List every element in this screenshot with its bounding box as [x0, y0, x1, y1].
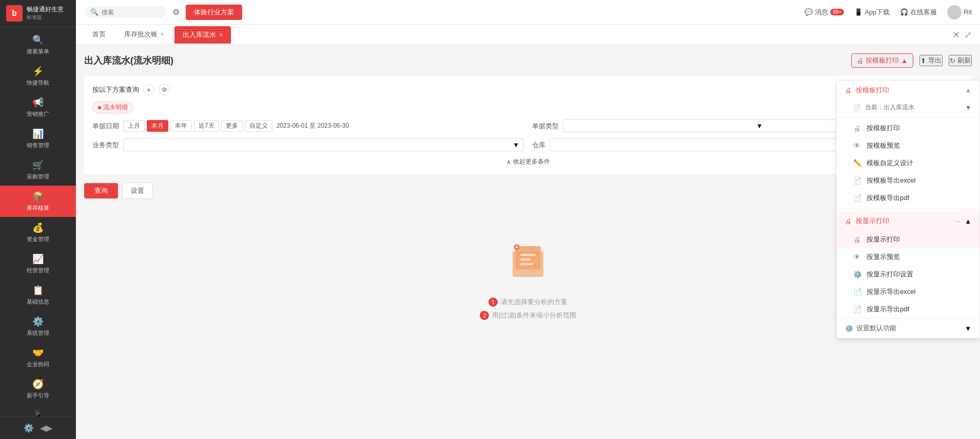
tab-inout-flow-close[interactable]: ×	[219, 31, 223, 38]
trial-button[interactable]: 体验行业方案	[186, 5, 242, 20]
export-button[interactable]: ⬆ 导出	[919, 55, 943, 66]
date-btn-custom[interactable]: 自定义	[245, 120, 272, 132]
template-export-excel-label: 按模板导出excel	[867, 176, 915, 185]
user-profile-btn[interactable]: Rit	[947, 5, 972, 19]
sidebar-item-sales[interactable]: 📊 销售管理	[0, 123, 76, 154]
tab-inout-flow[interactable]: 出入库流水 ×	[174, 26, 231, 44]
divider-2	[837, 209, 979, 209]
sidebar-collapse-icon[interactable]: ◀▶	[40, 423, 52, 433]
collapse-btn-label: 收起更多条件	[513, 157, 550, 166]
sidebar-item-app-center[interactable]: 📱 应用中心	[0, 405, 76, 416]
sidebar-settings-icon[interactable]: ⚙️	[24, 423, 34, 433]
tab-bar: 首页 库存批次账 × 出入库流水 × ✕ ⤢	[76, 25, 980, 45]
dropdown-display-export-excel[interactable]: 📄 按显示导出excel	[837, 283, 979, 301]
sidebar-item-collab[interactable]: 🤝 企业协同	[0, 342, 76, 373]
date-btn-7days[interactable]: 近7天	[194, 120, 219, 132]
topbar-gear-icon[interactable]: ⚙	[172, 7, 180, 17]
sidebar-item-finance[interactable]: 💰 资金管理	[0, 217, 76, 248]
sidebar-item-basic-info[interactable]: 📋 基础信息	[0, 280, 76, 311]
app-download-icon: 📱	[854, 8, 863, 16]
dropdown-section2-title: 🖨 按显示打印	[845, 216, 889, 226]
page-content: 出入库流水(流水明细) 🖨 按模板打印 ▲ ⬆ 导出 ↻ 刷新	[76, 45, 980, 439]
sidebar-item-inventory[interactable]: 📦 库存核算	[0, 186, 76, 217]
setting-button[interactable]: 设置	[122, 183, 153, 199]
topbar-search-bar[interactable]: 🔍	[84, 6, 166, 18]
app-download-label: App下载	[865, 8, 890, 17]
display-export-pdf-icon: 📄	[853, 305, 861, 313]
display-preview-icon: 👁	[853, 253, 861, 261]
collapse-more-btn[interactable]: ∧ 收起更多条件	[92, 157, 964, 166]
tab-expand-icon[interactable]: ⤢	[964, 29, 972, 41]
dropdown-template-customize[interactable]: ✏️ 模板自定义设计	[837, 154, 979, 172]
inventory-icon: 📦	[32, 191, 44, 202]
dropdown-template-preview[interactable]: 👁 按模板预览	[837, 137, 979, 154]
sidebar-item-marketing[interactable]: 📢 营销推广	[0, 92, 76, 123]
print-template-label: 按模板打印	[866, 56, 899, 65]
tab-batch-account-close[interactable]: ×	[161, 31, 164, 38]
dropdown-section1-chevron: ▲	[965, 87, 971, 94]
tab-close-all-icon[interactable]: ✕	[952, 29, 960, 41]
template-export-excel-icon: 📄	[853, 176, 861, 185]
empty-tip-num-2: 2	[480, 311, 489, 320]
sidebar-item-guide[interactable]: 🧭 新手引导	[0, 373, 76, 405]
svg-rect-1	[515, 246, 541, 269]
section2-dots-icon[interactable]: ···	[954, 217, 961, 225]
tab-batch-account-label: 库存批次账	[124, 30, 158, 39]
dropdown-display-export-pdf[interactable]: 📄 按显示导出pdf	[837, 301, 979, 318]
tab-home-label: 首页	[92, 30, 106, 39]
sidebar-item-purchase[interactable]: 🛒 采购管理	[0, 154, 76, 186]
print-template-button[interactable]: 🖨 按模板打印 ▲	[851, 53, 913, 68]
dropdown-footer-text: ⚙️ 设置默认功能	[845, 324, 896, 333]
tab-home[interactable]: 首页	[84, 26, 114, 44]
business-type-select[interactable]: ▼	[123, 138, 524, 151]
dropdown-display-print[interactable]: 🖨 按显示打印	[837, 231, 979, 248]
online-service-btn[interactable]: 🎧 在线客服	[900, 8, 937, 17]
logo-text-block: 畅捷通好生意 标准版	[27, 6, 64, 21]
sidebar-item-system[interactable]: ⚙️ 系统管理	[0, 311, 76, 342]
date-btn-this-month[interactable]: 本月	[147, 120, 168, 132]
sales-icon: 📊	[32, 128, 44, 139]
sidebar-item-basicinfo-label: 基础信息	[27, 298, 49, 306]
business-type-label: 业务类型	[92, 141, 119, 150]
headset-icon: 🎧	[900, 8, 908, 16]
filter-add-button[interactable]: +	[143, 84, 154, 95]
dropdown-footer[interactable]: ⚙️ 设置默认功能 ▼	[837, 318, 979, 338]
sidebar-item-quick-nav[interactable]: ⚡ 快捷导航	[0, 61, 76, 92]
page-header: 出入库流水(流水明细) 🖨 按模板打印 ▲ ⬆ 导出 ↻ 刷新	[84, 53, 972, 68]
sidebar-item-search[interactable]: 🔍 搜索菜单	[0, 29, 76, 61]
date-btn-last-month[interactable]: 上月	[123, 120, 145, 132]
query-button[interactable]: 查询	[84, 183, 118, 198]
app-name: 畅捷通好生意	[27, 6, 64, 14]
refresh-button[interactable]: ↻ 刷新	[949, 55, 972, 66]
dropdown-template-export-excel[interactable]: 📄 按模板导出excel	[837, 172, 979, 189]
dropdown-section2-header[interactable]: 🖨 按显示打印 ··· ▲	[837, 211, 979, 231]
date-btn-more[interactable]: 更多	[221, 120, 243, 132]
empty-tip-1-text: 请先选择要分析的方案	[501, 297, 567, 307]
current-item-chevron: ▼	[965, 104, 971, 111]
dropdown-template-print[interactable]: 🖨 按模板打印	[837, 119, 979, 137]
empty-tip-num-1: 1	[488, 297, 498, 307]
display-settings-label: 按显示打印设置	[867, 270, 913, 279]
search-input[interactable]	[102, 9, 153, 16]
filter-business-row: 业务类型 ▼ 仓库 ···	[92, 138, 964, 151]
dropdown-section1-header[interactable]: 🖨 按模板打印 ▲	[837, 81, 979, 100]
warehouse-label: 仓库	[532, 141, 545, 150]
date-btn-this-year[interactable]: 本年	[170, 120, 192, 132]
sidebar-item-operations[interactable]: 📈 经营管理	[0, 248, 76, 280]
dropdown-display-print-settings[interactable]: ⚙️ 按显示打印设置	[837, 266, 979, 283]
dropdown-template-export-pdf[interactable]: 📄 按模板导出pdf	[837, 189, 979, 207]
dropdown-display-preview[interactable]: 👁 按显示预览	[837, 248, 979, 266]
sidebar-item-search-label: 搜索菜单	[27, 48, 49, 55]
filter-setting-button[interactable]: ⚙	[159, 84, 170, 95]
message-btn[interactable]: 💬 消息 99+	[805, 8, 844, 17]
message-badge: 99+	[830, 9, 844, 15]
tab-batch-account[interactable]: 库存批次账 ×	[116, 26, 172, 44]
svg-rect-3	[520, 258, 531, 261]
filter-date-options: 上月 本月 本年 近7天 更多 自定义 2023-06-01 至 2023-06…	[123, 120, 349, 132]
sidebar-nav: 🔍 搜索菜单 ⚡ 快捷导航 📢 营销推广 📊 销售管理 🛒 采购管理 📦 库存核…	[0, 27, 76, 416]
app-download-btn[interactable]: 📱 App下载	[854, 8, 890, 17]
message-label: 消息	[815, 8, 828, 17]
export-label: 导出	[928, 56, 942, 65]
sidebar: b 畅捷通好生意 标准版 🔍 搜索菜单 ⚡ 快捷导航 📢 营销推广 📊 销售管理…	[0, 0, 76, 439]
search-icon: 🔍	[32, 34, 44, 46]
